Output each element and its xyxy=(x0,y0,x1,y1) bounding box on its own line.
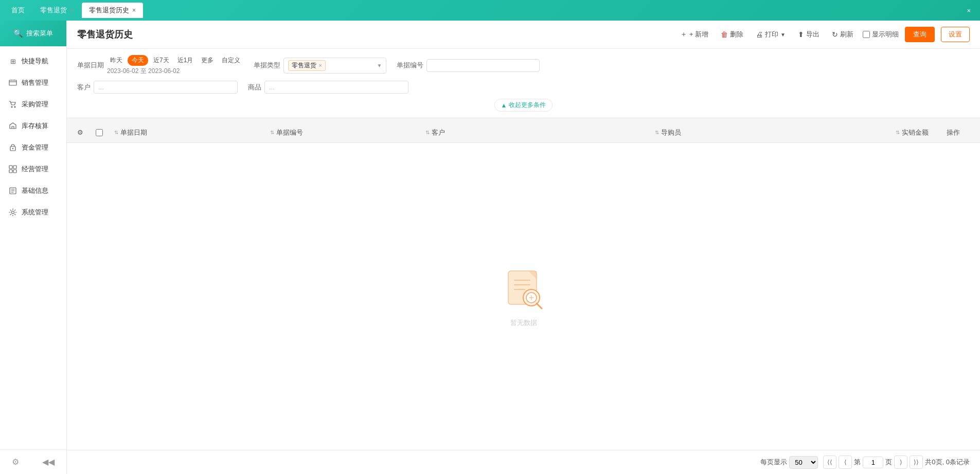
sidebar-item-basic-info-label: 基础信息 xyxy=(22,186,48,195)
display-toggle[interactable]: 显示明细 xyxy=(863,30,899,39)
sidebar-search[interactable]: 🔍 搜索菜单 xyxy=(0,21,66,46)
table-col-customer[interactable]: ⇅ 客户 xyxy=(421,128,651,137)
sidebar-item-finance-label: 资金管理 xyxy=(22,143,48,152)
customer-filter: 客户 xyxy=(77,81,238,94)
goods-input[interactable] xyxy=(264,81,408,94)
content-area: 零售退货历史 ＋ + 新增 🗑 删除 🖨 打印 ▼ ⬆ 导出 xyxy=(67,21,980,474)
query-button[interactable]: 查询 xyxy=(905,27,935,42)
page-last-button[interactable]: ⟩⟩ xyxy=(910,455,923,469)
sidebar-item-inventory[interactable]: 库存核算 xyxy=(0,115,66,137)
tab-retail-return[interactable]: 零售退货 × xyxy=(33,3,81,18)
setting-button[interactable]: 设置 xyxy=(941,27,970,42)
table-check-all[interactable] xyxy=(92,129,110,136)
page-title: 零售退货历史 xyxy=(77,28,133,41)
table-col-date[interactable]: ⇅ 单据日期 xyxy=(110,128,266,137)
table-settings-icon: ⚙ xyxy=(77,129,83,136)
total-text: 共0页, 0条记录 xyxy=(925,458,970,467)
tab-retail-return-history[interactable]: 零售退货历史 × xyxy=(82,3,143,18)
audio-icon[interactable]: ◀◀ xyxy=(42,457,55,467)
table-col-amount[interactable]: ⇅ 实销金额 xyxy=(807,128,933,137)
sales-mgmt-icon xyxy=(8,78,17,87)
sidebar-item-inventory-label: 库存核算 xyxy=(22,121,48,131)
print-button[interactable]: 🖨 打印 ▼ xyxy=(753,28,789,41)
page-size-select: 每页显示 50 100 200 xyxy=(760,456,818,469)
table-col-num[interactable]: ⇅ 单据编号 xyxy=(266,128,422,137)
date-shortcut-yesterday[interactable]: 昨天 xyxy=(107,55,126,66)
table-col-guide[interactable]: ⇅ 导购员 xyxy=(651,128,807,137)
sidebar-item-operations-label: 经营管理 xyxy=(22,165,48,174)
collapse-button[interactable]: ▲ 收起更多条件 xyxy=(494,99,553,112)
print-icon: 🖨 xyxy=(756,30,763,39)
sidebar-item-system[interactable]: 系统管理 xyxy=(0,202,66,223)
date-shortcut-custom[interactable]: 自定义 xyxy=(219,55,243,66)
print-dropdown-icon: ▼ xyxy=(780,32,786,38)
doc-type-tag-remove[interactable]: × xyxy=(318,62,322,68)
col-guide-sort-icon: ⇅ xyxy=(655,130,659,135)
customer-input[interactable] xyxy=(94,81,238,94)
date-shortcut-1month[interactable]: 近1月 xyxy=(174,55,197,66)
new-button[interactable]: ＋ + 新增 xyxy=(677,28,711,41)
page-prev-button[interactable]: ⟨ xyxy=(839,455,852,469)
customer-label: 客户 xyxy=(77,83,91,92)
table-container: ⚙ ⇅ 单据日期 ⇅ 单据编号 ⇅ 客户 ⇅ xyxy=(67,122,980,474)
svg-rect-5 xyxy=(9,166,12,169)
window-close-button[interactable]: × xyxy=(961,4,976,17)
delete-button[interactable]: 🗑 删除 xyxy=(718,28,746,41)
empty-state: 暂无数据 xyxy=(67,143,980,450)
svg-point-10 xyxy=(12,211,14,214)
operations-icon xyxy=(8,165,17,174)
col-op-label: 操作 xyxy=(947,128,960,137)
collapse-icon: ▲ xyxy=(501,102,507,109)
doc-num-input[interactable] xyxy=(426,59,540,72)
doc-type-select[interactable]: 零售退货 × ▼ xyxy=(283,58,386,74)
table-settings[interactable]: ⚙ xyxy=(73,129,92,136)
date-filter: 单据日期 昨天 今天 近7天 近1月 更多 自定义 2023-06-02 至 2… xyxy=(77,55,243,76)
date-shortcut-today[interactable]: 今天 xyxy=(128,55,148,66)
col-amount-label: 实销金额 xyxy=(902,128,929,137)
page-next-button[interactable]: ⟩ xyxy=(894,455,907,469)
sidebar-item-purchase-mgmt-label: 采购管理 xyxy=(22,100,48,109)
system-icon xyxy=(8,208,17,217)
tab-retail-return-label: 零售退货 xyxy=(40,6,67,15)
new-icon: ＋ xyxy=(680,30,687,39)
sidebar-bottom: ⚙ ◀◀ xyxy=(0,449,66,474)
filter-row-1: 单据日期 昨天 今天 近7天 近1月 更多 自定义 2023-06-02 至 2… xyxy=(77,55,970,76)
sidebar-item-finance[interactable]: 资金管理 xyxy=(0,137,66,158)
doc-type-tag-text: 零售退货 xyxy=(292,61,316,70)
sidebar-item-basic-info[interactable]: 基础信息 xyxy=(0,180,66,202)
inventory-icon xyxy=(8,121,17,131)
per-page-dropdown[interactable]: 50 100 200 xyxy=(789,456,818,469)
collapse-row: ▲ 收起更多条件 xyxy=(77,99,970,112)
sidebar-item-quick-nav[interactable]: ⊞ 快捷导航 xyxy=(0,50,66,72)
page-header: 零售退货历史 ＋ + 新增 🗑 删除 🖨 打印 ▼ ⬆ 导出 xyxy=(67,21,980,49)
doc-type-tag: 零售退货 × xyxy=(288,60,325,71)
sidebar-item-purchase-mgmt[interactable]: 采购管理 xyxy=(0,94,66,115)
page-nav: ⟨⟨ ⟨ 第 页 ⟩ ⟩⟩ 共0页, 0条记录 xyxy=(823,455,970,469)
settings-gear-icon[interactable]: ⚙ xyxy=(12,457,19,467)
page-number-input[interactable] xyxy=(863,457,883,468)
display-toggle-checkbox[interactable] xyxy=(863,31,870,38)
date-shortcut-more[interactable]: 更多 xyxy=(198,55,217,66)
svg-point-2 xyxy=(14,106,15,107)
refresh-button[interactable]: ↻ 刷新 xyxy=(829,28,857,41)
purchase-mgmt-icon xyxy=(8,100,17,109)
date-range-display: 2023-06-02 至 2023-06-02 xyxy=(107,67,243,76)
col-date-sort-icon: ⇅ xyxy=(114,130,118,135)
tab-retail-return-close[interactable]: × xyxy=(70,7,74,14)
sidebar-item-operations[interactable]: 经营管理 xyxy=(0,158,66,180)
check-all-checkbox[interactable] xyxy=(96,129,103,136)
date-shortcut-7days[interactable]: 近7天 xyxy=(150,55,172,66)
page-first-button[interactable]: ⟨⟨ xyxy=(823,455,836,469)
svg-point-4 xyxy=(12,148,13,149)
tab-home[interactable]: 首页 xyxy=(4,3,32,18)
tab-retail-return-history-close[interactable]: × xyxy=(132,7,136,14)
svg-rect-7 xyxy=(9,170,12,173)
sidebar-item-sales-mgmt[interactable]: 销售管理 xyxy=(0,72,66,94)
delete-icon: 🗑 xyxy=(721,30,728,39)
export-button[interactable]: ⬆ 导出 xyxy=(795,28,823,41)
finance-icon xyxy=(8,143,17,152)
col-guide-label: 导购员 xyxy=(661,128,681,137)
empty-text: 暂无数据 xyxy=(510,318,537,327)
basic-info-icon xyxy=(8,186,17,195)
sidebar-item-sales-mgmt-label: 销售管理 xyxy=(22,78,48,87)
